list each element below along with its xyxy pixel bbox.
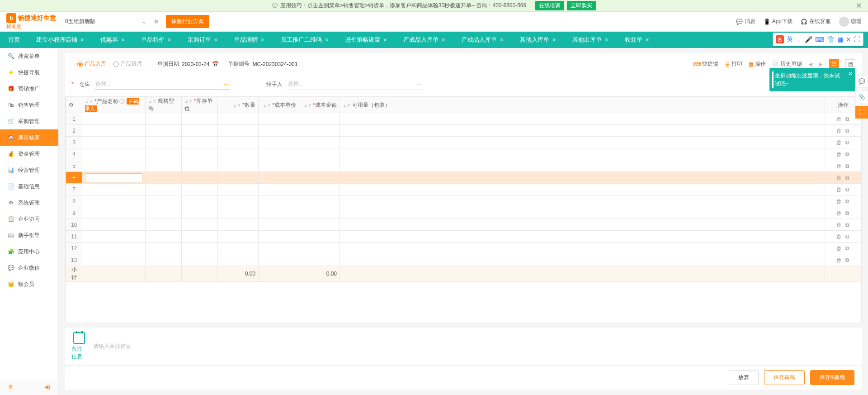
buy-button[interactable]: 立即购买 bbox=[567, 1, 596, 10]
add-row-button[interactable]: + bbox=[66, 172, 82, 184]
sidebar-item-1[interactable]: ⚡快捷导航 bbox=[0, 64, 58, 81]
sidebar-item-12[interactable]: 🧩应用中心 bbox=[0, 243, 58, 260]
tab-close-icon[interactable]: ✕ bbox=[645, 37, 649, 43]
table-row[interactable]: 3🗑⧉ bbox=[66, 137, 861, 148]
doc-date-value[interactable]: 2023-03-24 bbox=[182, 61, 209, 67]
calendar-icon[interactable]: 📅 bbox=[212, 61, 219, 67]
table-row[interactable]: 9🗑⧉ bbox=[66, 207, 861, 219]
settings-icon[interactable]: ⚙ bbox=[8, 384, 13, 390]
sidebar-item-7[interactable]: 📊经营管理 bbox=[0, 162, 58, 178]
sidebar-item-9[interactable]: ⚙系统管理 bbox=[0, 195, 58, 211]
tab-9[interactable]: 产成品入库单✕ bbox=[453, 32, 512, 48]
ime-keyboard-icon[interactable]: ⌨ bbox=[815, 36, 824, 43]
tab-close-icon[interactable]: ✕ bbox=[121, 37, 125, 43]
delete-icon[interactable]: 🗑 bbox=[836, 163, 842, 169]
more-icon[interactable]: ⋯ bbox=[416, 81, 422, 87]
warehouse-select[interactable]: 选择...⋯ bbox=[94, 78, 230, 90]
tab-close-icon[interactable]: ✕ bbox=[383, 37, 387, 43]
save-draft-button[interactable]: 保存草稿 bbox=[764, 370, 805, 385]
copy-icon[interactable]: ⧉ bbox=[845, 245, 849, 252]
delete-icon[interactable]: 🗑 bbox=[836, 257, 842, 263]
tab-close-icon[interactable]: ✕ bbox=[552, 37, 556, 43]
gear-icon[interactable]: ⚙ bbox=[154, 19, 159, 25]
sort-icon[interactable]: ▲▼ bbox=[85, 101, 93, 103]
print-button[interactable]: 🖨打印 bbox=[725, 60, 742, 68]
discard-button[interactable]: 放弃 bbox=[729, 370, 759, 385]
tab-12[interactable]: 收款单✕ bbox=[617, 32, 657, 48]
ime-voice-icon[interactable]: 🎤 bbox=[805, 36, 812, 43]
ime-grid-icon[interactable]: ▦ bbox=[837, 36, 843, 43]
table-row[interactable]: 1🗑⧉ bbox=[66, 113, 861, 125]
tab-7[interactable]: 进价策略设置✕ bbox=[337, 32, 395, 48]
tab-close-icon[interactable]: ✕ bbox=[441, 37, 445, 43]
delete-icon[interactable]: 🗑 bbox=[836, 245, 842, 252]
ime-lang[interactable]: 英 bbox=[787, 35, 793, 43]
delete-icon[interactable]: 🗑 bbox=[836, 175, 842, 181]
copy-icon[interactable]: ⧉ bbox=[845, 210, 849, 216]
sidebar-item-2[interactable]: 🎁营销推广 bbox=[0, 81, 58, 97]
save-new-button[interactable]: 保存&新增 bbox=[810, 370, 854, 385]
tab-6[interactable]: 员工推广二维码✕ bbox=[273, 32, 337, 48]
sort-icon[interactable]: ▲▼ bbox=[304, 105, 312, 107]
copy-icon[interactable]: ⧉ bbox=[845, 186, 849, 193]
col-avail[interactable]: ▲▼可用量（包装） bbox=[340, 97, 825, 113]
prev-arrow-icon[interactable]: ◀ bbox=[808, 61, 812, 67]
sidebar-item-6[interactable]: 💰资金管理 bbox=[0, 146, 58, 162]
delete-icon[interactable]: 🗑 bbox=[836, 151, 842, 157]
next-arrow-icon[interactable]: ▶ bbox=[819, 61, 823, 67]
delete-icon[interactable]: 🗑 bbox=[836, 233, 842, 240]
radio-inbound[interactable]: 产品入库 bbox=[77, 60, 106, 68]
tab-10[interactable]: 其他入库单✕ bbox=[512, 32, 564, 48]
ime-close-icon[interactable]: ✕ bbox=[846, 36, 851, 43]
delete-icon[interactable]: 🗑 bbox=[836, 210, 842, 216]
close-icon[interactable]: ✕ bbox=[856, 1, 862, 10]
tab-1[interactable]: 建立小程序店铺✕ bbox=[28, 32, 92, 48]
customer-service-link[interactable]: 🎧 在线客服 bbox=[801, 18, 831, 25]
delete-icon[interactable]: 🗑 bbox=[836, 198, 842, 205]
table-row[interactable]: 5🗑⧉ bbox=[66, 160, 861, 172]
copy-icon[interactable]: ⧉ bbox=[845, 128, 849, 134]
tab-close-icon[interactable]: ✕ bbox=[500, 37, 504, 43]
try-industry-button[interactable]: 体验行业方案 bbox=[166, 15, 209, 28]
tab-8[interactable]: 产成品入库单✕ bbox=[395, 32, 453, 48]
table-row[interactable]: 10🗑⧉ bbox=[66, 219, 861, 231]
sidebar-item-5[interactable]: 🏠库存核算 bbox=[0, 129, 58, 146]
remark-input[interactable]: 请输入备注信息 bbox=[93, 343, 855, 350]
attach-tool-icon[interactable]: 📎 bbox=[855, 90, 868, 103]
delete-icon[interactable]: 🗑 bbox=[836, 116, 842, 122]
tab-close-icon[interactable]: ✕ bbox=[604, 37, 609, 43]
user-menu[interactable]: 珊珊 bbox=[839, 17, 862, 27]
history-button[interactable]: 📄历史单据 bbox=[772, 60, 802, 68]
radio-return[interactable]: 产品退库 bbox=[113, 60, 142, 68]
sort-icon[interactable]: ▲▼ bbox=[263, 105, 271, 107]
sidebar-item-4[interactable]: 🛒采购管理 bbox=[0, 113, 58, 129]
delete-icon[interactable]: 🗑 bbox=[836, 222, 842, 228]
copy-icon[interactable]: ⧉ bbox=[845, 116, 849, 122]
collapse-icon[interactable]: ◀) bbox=[44, 384, 50, 390]
table-row[interactable]: 11🗑⧉ bbox=[66, 231, 861, 243]
cell-name[interactable] bbox=[82, 172, 146, 184]
tab-3[interactable]: 单品特价✕ bbox=[133, 32, 179, 48]
copy-icon[interactable]: ⧉ bbox=[845, 233, 849, 240]
tab-close-icon[interactable]: ✕ bbox=[167, 37, 171, 43]
tab-2[interactable]: 优惠券✕ bbox=[92, 32, 133, 48]
copy-icon[interactable]: ⧉ bbox=[845, 257, 849, 263]
sidebar-item-10[interactable]: 📋企业协同 bbox=[0, 211, 58, 227]
sidebar-item-14[interactable]: 👑畅会员 bbox=[0, 276, 58, 292]
help-icon[interactable]: ⓘ bbox=[119, 98, 125, 105]
copy-icon[interactable]: ⧉ bbox=[845, 139, 849, 146]
table-row[interactable]: 4🗑⧉ bbox=[66, 148, 861, 160]
delete-icon[interactable]: 🗑 bbox=[836, 139, 842, 146]
copy-icon[interactable]: ⧉ bbox=[845, 151, 849, 157]
copy-icon[interactable]: ⧉ bbox=[845, 175, 849, 181]
col-qty[interactable]: ▲▼*数量 bbox=[218, 97, 259, 113]
sidebar-item-3[interactable]: 🛍销售管理 bbox=[0, 97, 58, 113]
tab-close-icon[interactable]: ✕ bbox=[80, 37, 84, 43]
table-row[interactable]: +🗑⧉ bbox=[66, 172, 861, 184]
col-unit[interactable]: ▲▼*库存单位 bbox=[182, 97, 218, 113]
sidebar-item-13[interactable]: 💬企业微信 bbox=[0, 260, 58, 276]
more-icon[interactable]: ⋯ bbox=[224, 81, 229, 87]
sidebar-item-11[interactable]: 📖新手引导 bbox=[0, 227, 58, 243]
sort-icon[interactable]: ▲▼ bbox=[343, 105, 351, 107]
copy-icon[interactable]: ⧉ bbox=[845, 163, 849, 169]
